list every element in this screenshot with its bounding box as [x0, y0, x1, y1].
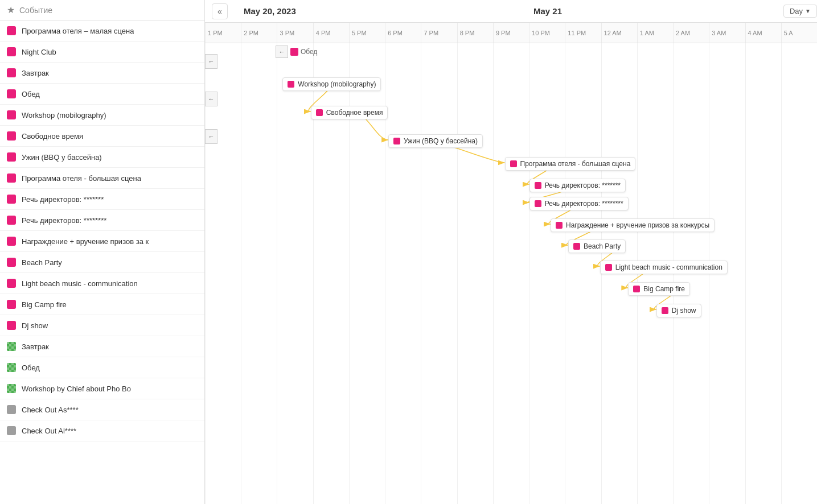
nav-arrow-2[interactable]: ←: [205, 92, 217, 106]
nav-arrow-3[interactable]: ←: [205, 129, 217, 144]
nav-arrow-1[interactable]: ←: [205, 54, 217, 69]
sidebar-item-nagrazhd[interactable]: Награждение + вручение призов за к: [0, 231, 204, 252]
card-label-big-camp: Big Camp fire: [643, 285, 685, 293]
time-slot-6: 7 PM: [421, 23, 457, 43]
event-dot-rech2: [7, 216, 16, 225]
sidebar-item-svobodnoe[interactable]: Свободное время: [0, 126, 204, 147]
item-label-obed2: Обед: [22, 363, 40, 372]
event-card-big-camp[interactable]: Big Camp fire: [628, 282, 690, 296]
card-dot-programa-bol: [510, 160, 517, 167]
day-view-selector[interactable]: Day ▼: [783, 5, 817, 18]
event-dot-checkout-al: [7, 426, 16, 435]
sidebar-item-night-club[interactable]: Night Club: [0, 42, 204, 63]
sidebar-item-rech2[interactable]: Речь директоров: ********: [0, 210, 204, 231]
grid-col-8: [493, 43, 529, 504]
event-dot-night-club: [7, 47, 16, 56]
event-dot-nagrazhd: [7, 237, 16, 246]
event-card-light-beach[interactable]: Light beach music - communication: [600, 261, 728, 274]
event-dot-workshop-chief: [7, 384, 16, 393]
card-dot-rech2: [535, 200, 541, 207]
event-dot-uzhin: [7, 152, 16, 162]
chevron-down-icon: ▼: [805, 8, 811, 14]
sidebar-item-checkout-as[interactable]: Check Out As****: [0, 399, 204, 420]
time-slot-12: 1 AM: [637, 23, 673, 43]
sidebar-item-dj-show[interactable]: Dj show: [0, 315, 204, 336]
item-label-obed1: Обед: [22, 90, 40, 98]
time-slot-7: 8 PM: [457, 23, 493, 43]
event-dot-workshop-mob: [7, 110, 16, 119]
sidebar-item-workshop-chief[interactable]: Workshop by Chief about Pho Bo: [0, 378, 204, 399]
sidebar-item-zavtrak1[interactable]: Завтрак: [0, 63, 204, 84]
sidebar-item-big-camp[interactable]: Big Camp fire: [0, 294, 204, 315]
grid-col-1: [241, 43, 277, 504]
nav-arrows-panel: ← ← ←: [205, 54, 217, 144]
event-card-svobodnoe[interactable]: Свободное время: [311, 106, 388, 119]
sidebar-item-light-beach[interactable]: Light beach music - communication: [0, 273, 204, 294]
event-dot-zavtrak1: [7, 68, 16, 77]
card-label-svobodnoe: Свободное время: [326, 109, 383, 117]
grid-col-9: [529, 43, 565, 504]
item-label-beach-party: Beach Party: [22, 258, 62, 267]
sidebar-header: ★ Событие: [0, 0, 204, 20]
card-dot-beach-party: [573, 243, 580, 250]
star-icon: ★: [7, 5, 15, 15]
event-dot-dj-show: [7, 321, 16, 330]
main-calendar: « May 20, 2023 May 21 Day ▼ 1 PM2 PM3 PM…: [205, 0, 817, 504]
card-label-rech2: Речь директоров: ********: [545, 200, 623, 208]
event-card-nagrazhd[interactable]: Награждение + вручение призов за конкурс…: [551, 218, 715, 232]
item-label-programa-malaya: Программа отеля – малая сцена: [22, 27, 134, 35]
date-left: May 20, 2023: [244, 6, 312, 16]
event-card-rech1[interactable]: Речь директоров: *******: [529, 179, 626, 192]
calendar-header: « May 20, 2023 May 21 Day ▼: [205, 0, 817, 23]
card-dot-light-beach: [605, 264, 612, 271]
item-label-big-camp: Big Camp fire: [22, 300, 67, 309]
sidebar-item-uzhin[interactable]: Ужин (BBQ у бассейна): [0, 147, 204, 168]
card-dot-big-camp: [633, 286, 640, 292]
item-label-zavtrak1: Завтрак: [22, 69, 49, 77]
item-label-checkout-as: Check Out As****: [22, 406, 79, 414]
event-card-programa-bol[interactable]: Программа отеля - большая сцена: [505, 157, 636, 171]
collapse-button[interactable]: «: [212, 3, 228, 19]
event-card-uzhin[interactable]: Ужин (BBQ у бассейна): [388, 134, 483, 148]
sidebar-item-zavtrak2[interactable]: Завтрак: [0, 336, 204, 357]
sidebar-item-programa-bolshaya[interactable]: Программа отеля - большая сцена: [0, 168, 204, 189]
card-dot-dj-show: [662, 307, 668, 314]
grid-col-7: [457, 43, 493, 504]
item-label-rech2: Речь директоров: ********: [22, 216, 106, 225]
event-card-rech2[interactable]: Речь директоров: ********: [529, 197, 629, 210]
item-label-programa-bolshaya: Программа отеля - большая сцена: [22, 174, 141, 183]
sidebar-item-obed2[interactable]: Обед: [0, 357, 204, 378]
sidebar-item-programa-malaya[interactable]: Программа отеля – малая сцена: [0, 20, 204, 42]
event-card-dj-show[interactable]: Dj show: [656, 304, 701, 317]
grid-col-6: [421, 43, 457, 504]
date-right: May 21: [312, 6, 783, 16]
event-card-beach-party[interactable]: Beach Party: [568, 239, 626, 253]
card-label-rech1: Речь директоров: *******: [545, 181, 621, 189]
item-label-night-club: Night Club: [22, 48, 56, 56]
grid-col-15: [745, 43, 781, 504]
time-ruler: 1 PM2 PM3 PM4 PM5 PM6 PM7 PM8 PM9 PM10 P…: [205, 23, 817, 43]
event-card-workshop-mob[interactable]: Workshop (mobilography): [282, 77, 381, 91]
event-dot-obed1: [7, 89, 16, 98]
sidebar-item-beach-party[interactable]: Beach Party: [0, 252, 204, 273]
obed-nav-card[interactable]: ← Обед: [276, 46, 317, 58]
time-slot-13: 2 AM: [673, 23, 709, 43]
grid-col-5: [385, 43, 421, 504]
sidebar-item-obed1[interactable]: Обед: [0, 84, 204, 105]
sidebar-item-workshop-mob[interactable]: Workshop (mobilography): [0, 105, 204, 126]
time-slot-8: 9 PM: [493, 23, 529, 43]
sidebar-item-checkout-al[interactable]: Check Out Al****: [0, 420, 204, 441]
card-label-light-beach: Light beach music - communication: [615, 263, 722, 271]
card-dot-uzhin: [393, 138, 400, 144]
item-label-light-beach: Light beach music - communication: [22, 279, 138, 288]
card-dot-workshop-mob: [288, 81, 294, 88]
time-slot-11: 12 AM: [601, 23, 637, 43]
time-slot-3: 4 PM: [313, 23, 349, 43]
event-dot-checkout-as: [7, 405, 16, 414]
event-dot-light-beach: [7, 279, 16, 288]
item-label-rech1: Речь директоров: *******: [22, 195, 104, 204]
sidebar-item-rech1[interactable]: Речь директоров: *******: [0, 189, 204, 210]
card-dot-nagrazhd: [556, 222, 563, 229]
time-slot-2: 3 PM: [277, 23, 313, 43]
time-slot-14: 3 AM: [709, 23, 745, 43]
